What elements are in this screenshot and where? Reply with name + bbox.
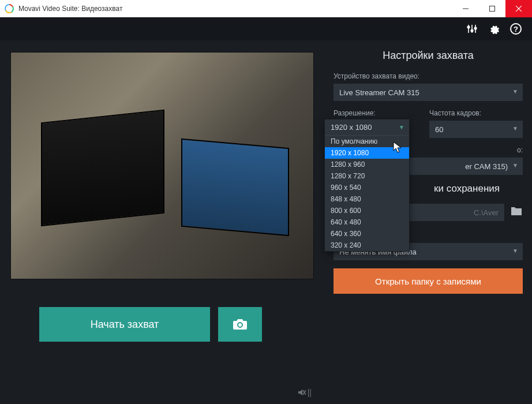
video-device-label: Устройство захвата видео: (334, 72, 523, 80)
video-device-select[interactable]: Live Streamer CAM 315 ▼ (334, 84, 523, 101)
audio-indicator[interactable]: || (297, 388, 312, 397)
resolution-option[interactable]: 1920 x 1080 (325, 147, 409, 159)
svg-point-6 (467, 26, 470, 28)
audio-device-value: er CAM 315) (465, 162, 508, 171)
save-path-text: C.\Aver (474, 208, 499, 217)
help-icon[interactable]: ? (510, 23, 522, 35)
resolution-option[interactable]: 960 x 540 (325, 182, 409, 193)
svg-point-10 (474, 27, 477, 29)
gear-icon[interactable] (488, 23, 500, 35)
settings-panel: Настройки захвата Устройство захвата вид… (324, 40, 532, 404)
minimize-button[interactable] (452, 0, 479, 17)
fps-label: Частота кадров: (429, 109, 523, 117)
window-title: Movavi Video Suite: Видеозахват (18, 5, 452, 13)
resolution-label: Разрешение: (334, 109, 419, 117)
app-toolbar: ? (0, 17, 532, 40)
start-capture-button[interactable]: Начать захват (39, 307, 210, 342)
fps-select[interactable]: 60 ▼ (429, 121, 523, 138)
svg-rect-2 (490, 6, 495, 11)
app-icon (5, 4, 14, 13)
resolution-option[interactable]: 640 x 360 (325, 228, 409, 240)
video-preview (10, 52, 314, 279)
chevron-down-icon: ▼ (512, 162, 518, 169)
resolution-option[interactable]: По умолчанию (325, 136, 409, 147)
preview-panel: Начать захват || (0, 40, 324, 404)
equalizer-icon[interactable] (466, 23, 478, 35)
resolution-option[interactable]: 1280 x 960 (325, 159, 409, 170)
chevron-down-icon: ▼ (512, 88, 518, 95)
resolution-option[interactable]: 800 x 600 (325, 205, 409, 216)
svg-point-8 (471, 29, 473, 32)
maximize-button[interactable] (479, 0, 505, 17)
chevron-down-icon: ▼ (512, 125, 518, 132)
chevron-down-icon: ▼ (399, 124, 404, 130)
open-folder-button[interactable]: Открыть папку с записями (334, 268, 523, 294)
resolution-option[interactable]: 848 x 480 (325, 193, 409, 205)
resolution-option[interactable]: 320 x 240 (325, 240, 409, 251)
resolution-option[interactable]: 640 x 480 (325, 216, 409, 228)
chevron-down-icon: ▼ (512, 248, 518, 254)
browse-folder-icon[interactable] (510, 206, 523, 219)
window-titlebar: Movavi Video Suite: Видеозахват (0, 0, 532, 17)
resolution-option[interactable]: 1280 x 720 (325, 170, 409, 182)
fps-value: 60 (435, 125, 443, 134)
resolution-select[interactable]: 1920 x 1080 ▼ (325, 119, 409, 136)
camera-icon (233, 318, 248, 331)
snapshot-button[interactable] (218, 307, 262, 342)
speaker-muted-icon (297, 388, 306, 397)
capture-settings-title: Настройки захвата (334, 50, 523, 62)
svg-text:?: ? (514, 25, 518, 33)
resolution-value: 1920 x 1080 (331, 123, 372, 132)
resolution-dropdown[interactable]: 1920 x 1080 ▼ По умолчанию1920 x 1080128… (324, 119, 410, 252)
close-button[interactable] (505, 0, 532, 17)
video-device-value: Live Streamer CAM 315 (339, 88, 419, 97)
